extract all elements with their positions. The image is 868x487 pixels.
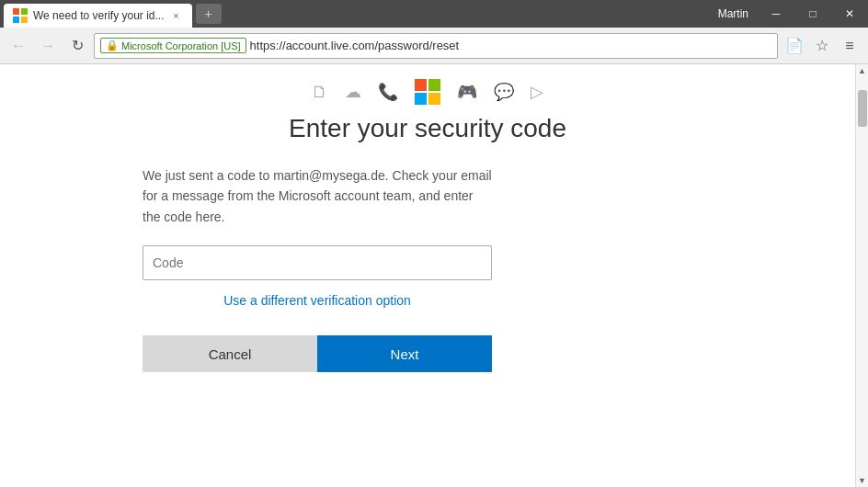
address-bar[interactable]: 🔒 Microsoft Corporation [US] https://acc… — [94, 33, 778, 59]
xbox-icon: 🎮 — [457, 82, 477, 102]
svg-rect-0 — [13, 8, 19, 15]
title-bar-right: Martin ─ □ ✕ — [709, 0, 868, 28]
onenote-icon: 🗋 — [312, 83, 328, 102]
svg-rect-3 — [21, 17, 28, 23]
toolbar-right: 📄 ☆ ≡ — [782, 33, 862, 59]
forward-icon: → — [40, 38, 55, 54]
refresh-icon: ↻ — [72, 37, 84, 54]
alt-verification-link[interactable]: Use a different verification option — [143, 293, 492, 308]
tab-favicon — [13, 8, 28, 23]
security-badge[interactable]: 🔒 Microsoft Corporation [US] — [100, 38, 246, 53]
browser-body: 🗋 ☁ 📞 🎮 💬 ▷ Enter your security code We … — [0, 64, 868, 487]
toolbar: ← → ↻ 🔒 Microsoft Corporation [US] https… — [0, 28, 868, 64]
button-row: Cancel Next — [143, 335, 492, 372]
security-badge-text: Microsoft Corporation [US] — [121, 40, 241, 51]
title-bar: We need to verify your id... × + Martin … — [0, 0, 868, 28]
restore-button[interactable]: □ — [794, 0, 831, 28]
scrollbar-thumb[interactable] — [858, 90, 867, 127]
star-icon: ☆ — [816, 37, 828, 54]
minimize-button[interactable]: ─ — [758, 0, 794, 28]
svg-rect-2 — [13, 17, 19, 23]
code-input[interactable] — [143, 245, 492, 280]
bing-icon: ▷ — [531, 82, 543, 102]
tab-close-button[interactable]: × — [170, 9, 183, 22]
reader-button[interactable]: 📄 — [782, 33, 807, 59]
refresh-button[interactable]: ↻ — [64, 33, 90, 59]
ms-icons-bar: 🗋 ☁ 📞 🎮 💬 ▷ — [312, 64, 543, 114]
scroll-down-button[interactable]: ▼ — [856, 474, 869, 487]
url-display: https://account.live.com/password/reset — [250, 39, 771, 52]
skype-icon: 📞 — [378, 82, 398, 102]
lock-icon: 🔒 — [106, 40, 119, 51]
user-name: Martin — [709, 7, 758, 20]
menu-icon: ≡ — [845, 38, 853, 54]
form-container: Enter your security code We just sent a … — [106, 114, 749, 372]
scroll-up-button[interactable]: ▲ — [856, 64, 869, 77]
close-button[interactable]: ✕ — [831, 0, 868, 28]
page-content: 🗋 ☁ 📞 🎮 💬 ▷ Enter your security code We … — [0, 64, 855, 487]
menu-button[interactable]: ≡ — [837, 33, 862, 59]
tab-title: We need to verify your id... — [33, 9, 165, 22]
favorite-button[interactable]: ☆ — [809, 33, 835, 59]
svg-rect-1 — [21, 8, 28, 15]
reader-icon: 📄 — [785, 37, 804, 54]
forward-button[interactable]: → — [35, 33, 61, 59]
back-button[interactable]: ← — [6, 33, 31, 59]
scrollbar[interactable]: ▲ ▼ — [855, 64, 868, 487]
microsoft-logo — [415, 79, 440, 105]
next-button[interactable]: Next — [317, 335, 492, 372]
onedrive-icon: ☁ — [345, 82, 361, 102]
page-title: Enter your security code — [143, 114, 713, 143]
description-text: We just sent a code to martin@mysega.de.… — [143, 165, 492, 227]
browser-tab[interactable]: We need to verify your id... × — [4, 4, 192, 28]
cancel-button[interactable]: Cancel — [143, 335, 317, 372]
back-icon: ← — [11, 38, 26, 54]
new-tab-button[interactable]: + — [196, 4, 222, 24]
skype2-icon: 💬 — [494, 82, 514, 102]
title-bar-left: We need to verify your id... × + — [0, 0, 709, 28]
